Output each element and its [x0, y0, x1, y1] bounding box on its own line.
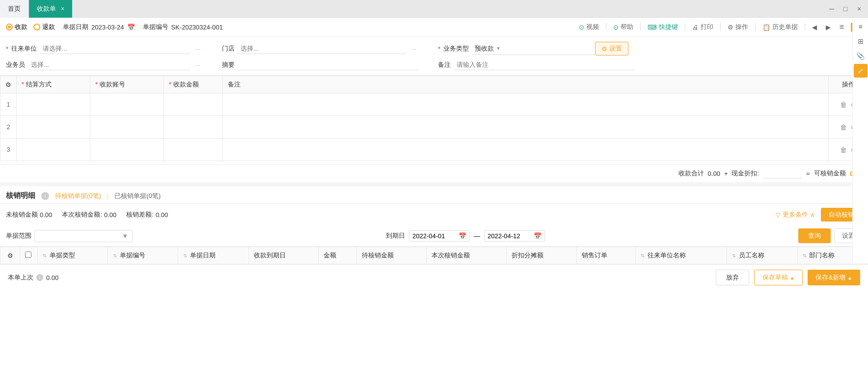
radio-refund[interactable]: 退款	[33, 23, 55, 31]
discount-input[interactable]	[763, 168, 802, 178]
row-1-remark[interactable]	[223, 93, 829, 116]
unverified-value: 0.00	[40, 211, 52, 219]
total-value: 0.00	[708, 170, 720, 177]
date-label: 单据日期	[63, 23, 88, 31]
settings-button[interactable]: ⚙ 设置	[595, 42, 628, 56]
date-to-input[interactable]	[488, 232, 532, 240]
bottom-table: ⚙ ⇅ 单据类型 ⇅ 单据编号	[0, 247, 868, 264]
draft-arrow-icon: ▲	[790, 275, 795, 280]
sidebar-icon-attach[interactable]: 📎	[854, 49, 868, 63]
right-sidebar: ≡ ⊞ 📎 ⤢	[852, 18, 868, 263]
salesperson-field: 业务员 ···	[6, 59, 202, 70]
table-settings-icon[interactable]: ⚙	[5, 81, 11, 88]
receipt-table: ⚙ * 结算方式 * 收款账号 * 收款金额 备注	[0, 76, 868, 161]
salesperson-input[interactable]	[28, 59, 190, 70]
diff-value: 0.00	[156, 211, 168, 219]
completed-tab[interactable]: 已核销单据(0笔)	[114, 192, 161, 200]
diff-label: 核销差额:	[126, 210, 154, 219]
calendar-icon[interactable]: 📅	[127, 24, 135, 31]
row-2-delete-icon[interactable]: 🗑	[840, 123, 847, 131]
print-button[interactable]: 🖨 打印	[690, 22, 715, 32]
radio-receive[interactable]: 收款	[6, 23, 27, 31]
equals-sign: =	[806, 170, 810, 177]
sidebar-icon-grid[interactable]: ⊞	[854, 34, 868, 48]
info-icon2[interactable]: i	[36, 274, 43, 281]
operation-button[interactable]: ⚙ 操作	[726, 22, 750, 32]
bt-col-date-sort: ⇅	[183, 253, 187, 258]
summary-input[interactable]	[238, 59, 418, 70]
shop-input[interactable]	[238, 43, 406, 54]
select-all-checkbox[interactable]	[25, 251, 31, 258]
nav-prev-button[interactable]: ◀	[810, 23, 819, 32]
row-3-delete-icon[interactable]: 🗑	[840, 146, 847, 154]
shop-more-button[interactable]: ···	[409, 45, 418, 53]
table-row: 3 🗑 ⊕	[0, 139, 868, 161]
list-view-button[interactable]: ≡	[838, 22, 846, 32]
tab-home[interactable]: 首页	[0, 0, 29, 18]
row-1-delete-icon[interactable]: 🗑	[840, 101, 847, 109]
row-2-remark[interactable]	[223, 116, 829, 139]
divider3	[685, 23, 685, 31]
counterpart-input[interactable]	[40, 43, 190, 54]
bt-settings-icon[interactable]: ⚙	[5, 252, 15, 259]
close-window-button[interactable]: ×	[854, 4, 864, 14]
business-type-required: *	[438, 45, 440, 53]
row-1-amount[interactable]	[164, 93, 223, 116]
save-new-button[interactable]: 保存&新增 ▲	[808, 270, 860, 285]
tab-close-icon[interactable]: ×	[61, 5, 64, 12]
maximize-button[interactable]: □	[841, 4, 850, 14]
bt-col-settings: ⚙	[0, 247, 20, 264]
row-1-account[interactable]	[90, 93, 164, 116]
verification-stats: 未核销金额 0.00 本次核销金额: 0.00 核销差额: 0.00 ▽ 更多条…	[0, 204, 868, 225]
date-to-calendar-icon[interactable]: 📅	[534, 232, 542, 240]
tab-home-label: 首页	[8, 4, 21, 13]
row-3-amount[interactable]	[164, 139, 223, 161]
receipt-type-group: 收款 退款	[6, 23, 55, 31]
form-area: * 往来单位 ··· 门店 ··· * 业务类型 预收款 ▼ ⚙	[0, 37, 868, 76]
business-type-select[interactable]: 预收款 ▼	[472, 43, 595, 55]
query-button[interactable]: 查询	[798, 228, 831, 243]
row-2-num: 2	[0, 116, 17, 139]
discard-button[interactable]: 放弃	[716, 270, 749, 285]
settings-label: 设置	[609, 44, 622, 53]
filter-row: 单据范围 ▼ 到期日 📅 — 📅 查询 设	[0, 225, 868, 247]
shop-label: 门店	[222, 44, 235, 53]
remark-label: 备注	[438, 60, 451, 69]
date-to-wrap: 📅	[484, 230, 545, 242]
shop-field: 门店 ···	[222, 43, 418, 54]
verification-info-icon[interactable]: i	[41, 192, 49, 200]
row-3-remark[interactable]	[223, 139, 829, 161]
row-3-account[interactable]	[90, 139, 164, 161]
video-button[interactable]: ⊙ 视频	[577, 22, 601, 32]
nav-next-button[interactable]: ▶	[824, 23, 833, 32]
number-value: SK-20230324-001	[171, 24, 223, 31]
range-select[interactable]: ▼	[34, 230, 133, 242]
minimize-button[interactable]: ─	[827, 4, 837, 14]
history-button[interactable]: 📋 历史单据	[760, 22, 800, 32]
sidebar-icon-list[interactable]: ≡	[854, 20, 868, 33]
remark-input[interactable]	[454, 59, 634, 70]
save-draft-label: 保存草稿	[762, 273, 788, 282]
pending-tab[interactable]: 待核销单据(0笔)	[55, 192, 101, 200]
range-field: 单据范围 ▼	[6, 230, 133, 242]
row-2-settlement[interactable]	[17, 116, 90, 139]
range-label: 单据范围	[6, 231, 31, 240]
date-value[interactable]: 2023-03-24	[91, 24, 124, 31]
row-2-account[interactable]	[90, 116, 164, 139]
more-conditions-button[interactable]: ▽ 更多条件 ∧	[776, 210, 815, 219]
help-button[interactable]: ⊙ 帮助	[611, 22, 635, 32]
date-from-calendar-icon[interactable]: 📅	[459, 232, 466, 240]
salesperson-more-button[interactable]: ···	[193, 61, 202, 69]
save-draft-button[interactable]: 保存草稿 ▲	[754, 270, 803, 285]
sidebar-icon-expand[interactable]: ⤢	[854, 64, 868, 78]
row-3-settlement[interactable]	[17, 139, 90, 161]
row-1-settlement[interactable]	[17, 93, 90, 116]
row-2-amount[interactable]	[164, 116, 223, 139]
counterpart-more-button[interactable]: ···	[193, 45, 202, 53]
tab-current[interactable]: 收款单 ×	[29, 0, 72, 18]
summary-field: 摘要	[222, 59, 418, 70]
save-arrow-icon: ▲	[847, 275, 852, 280]
date-from-input[interactable]	[412, 232, 457, 240]
col-account: * 收款账号	[90, 76, 164, 93]
shortcut-button[interactable]: ⌨ 快捷键	[646, 22, 680, 32]
